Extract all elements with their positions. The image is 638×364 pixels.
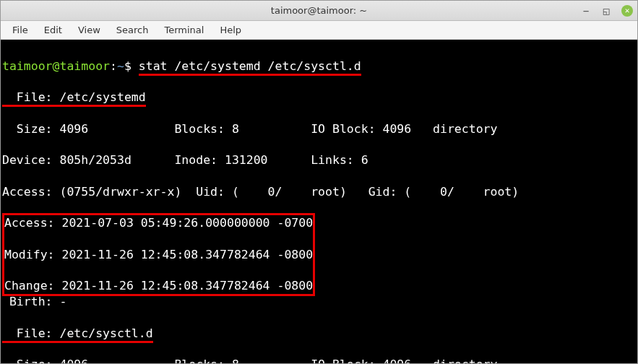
out1-file-text: File: /etc/systemd	[2, 90, 146, 107]
out2-size: Size: 4096 Blocks: 8 IO Block: 4096 dire…	[2, 357, 636, 363]
minimize-button[interactable]: −	[581, 6, 591, 16]
menu-terminal[interactable]: Terminal	[157, 22, 211, 38]
terminal-body[interactable]: taimoor@taimoor:~$ stat /etc/systemd /et…	[1, 40, 637, 363]
prompt-sep: :	[110, 59, 117, 73]
maximize-button[interactable]: ◱	[601, 6, 611, 16]
prompt-path: ~	[117, 59, 124, 73]
close-button[interactable]: ✕	[621, 5, 633, 17]
command-text: stat /etc/systemd /etc/sysctl.d	[139, 59, 361, 76]
menu-help[interactable]: Help	[212, 22, 249, 38]
out1-size: Size: 4096 Blocks: 8 IO Block: 4096 dire…	[2, 121, 636, 137]
terminal-window: taimoor@taimoor: ~ − ◱ ✕ File Edit View …	[0, 0, 638, 364]
menu-view[interactable]: View	[71, 22, 108, 38]
menu-edit[interactable]: Edit	[37, 22, 69, 38]
window-title: taimoor@taimoor: ~	[271, 5, 367, 16]
out1-timestamp-box: Access: 2021-07-03 05:49:26.000000000 -0…	[2, 213, 315, 296]
out1-birth: Birth: -	[2, 294, 636, 310]
out1-device: Device: 805h/2053d Inode: 131200 Links: …	[2, 152, 636, 168]
out1-access: Access: 2021-07-03 05:49:26.000000000 -0…	[4, 215, 313, 231]
out2-file: File: /etc/sysctl.d	[2, 326, 636, 342]
menu-search[interactable]: Search	[109, 22, 156, 38]
menubar: File Edit View Search Terminal Help	[1, 21, 637, 40]
prompt-sigil: $	[124, 59, 132, 73]
window-controls: − ◱ ✕	[581, 5, 633, 17]
out2-file-text: File: /etc/sysctl.d	[2, 326, 153, 343]
prompt-line: taimoor@taimoor:~$ stat /etc/systemd /et…	[2, 58, 636, 74]
titlebar: taimoor@taimoor: ~ − ◱ ✕	[1, 1, 637, 21]
out1-modify: Modify: 2021-11-26 12:45:08.347782464 -0…	[4, 247, 313, 263]
out1-perm: Access: (0755/drwxr-xr-x) Uid: ( 0/ root…	[2, 184, 636, 200]
prompt-userhost: taimoor@taimoor	[2, 59, 110, 73]
out1-change: Change: 2021-11-26 12:45:08.347782464 -0…	[4, 278, 313, 294]
out1-file: File: /etc/systemd	[2, 90, 636, 105]
menu-file[interactable]: File	[5, 22, 35, 38]
